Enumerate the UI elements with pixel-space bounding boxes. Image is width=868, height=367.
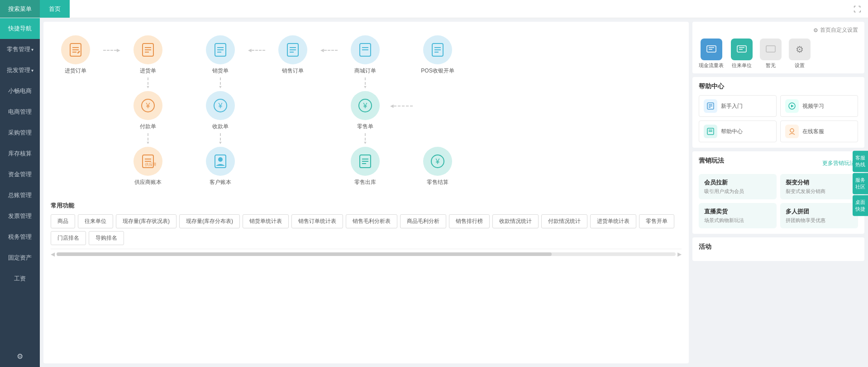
fullscreen-icon[interactable]	[854, 5, 861, 13]
sidebar-item-salary[interactable]: 工资	[0, 268, 40, 289]
cf-btn-receipt-stat[interactable]: 收款情况统计	[492, 214, 539, 228]
help-helpcenter[interactable]: 帮助中心	[699, 121, 777, 142]
marketing-item-sub: 场景式购物新玩法	[704, 217, 771, 224]
marketing-group[interactable]: 多人拼团 拼团购物享受优惠	[780, 203, 858, 228]
node-retail-out[interactable]: 零售出库	[340, 144, 390, 189]
svg-rect-60	[766, 46, 775, 52]
cf-btn-partners[interactable]: 往来单位	[78, 214, 113, 228]
cf-btn-payment-stat[interactable]: 付款情况统计	[541, 214, 587, 228]
qa-header: ⚙ 首页自定义设置	[699, 26, 858, 34]
cf-btn-sales-stat[interactable]: 销货单统计表	[243, 214, 289, 228]
spacer	[100, 77, 123, 88]
marketing-item-sub: 吸引用户成为会员	[704, 188, 771, 195]
svg-rect-57	[737, 46, 746, 52]
sidebar-item-xcmall[interactable]: 小畅电商	[0, 81, 40, 101]
help-video[interactable]: 视频学习	[780, 95, 858, 117]
spacer	[51, 144, 100, 189]
marketing-live[interactable]: 直播卖货 场景式购物新玩法	[699, 203, 777, 228]
cf-btn-store-rank[interactable]: 门店排名	[51, 231, 86, 245]
spacer	[390, 77, 413, 88]
community-btn[interactable]: 服务社区	[853, 173, 868, 194]
cf-btn-guide-rank[interactable]: 导购排名	[89, 231, 124, 245]
sidebar-item-label: 电商管理	[8, 108, 32, 116]
sidebar-item-finance[interactable]: 资金管理	[0, 164, 40, 185]
sidebar-item-fixed[interactable]: 固定资产	[0, 247, 40, 268]
node-receipt[interactable]: ¥ 收款单	[196, 88, 245, 133]
scroll-left[interactable]: ◀	[51, 251, 55, 257]
qa-icon-label: 现金流量表	[699, 62, 724, 69]
home-tab[interactable]: 首页	[40, 0, 70, 18]
spacer	[100, 88, 123, 133]
sidebar-item-purchase[interactable]: 采购管理	[0, 122, 40, 143]
qa-cash-flow[interactable]: 现金流量表	[699, 39, 724, 69]
cf-btn-goods-profit[interactable]: 商品毛利分析	[400, 214, 446, 228]
node-payment[interactable]: ¥ 付款单	[123, 88, 173, 133]
node-mall-order[interactable]: 商城订单	[340, 33, 390, 77]
top-right	[854, 5, 868, 13]
marketing-fission[interactable]: 裂变分销 裂变式发展分销商	[780, 174, 858, 199]
chevron-down-icon: ▾	[31, 68, 33, 73]
activity-title: 活动	[699, 243, 858, 251]
homepage-setting-btn[interactable]: ⚙ 首页自定义设置	[813, 26, 858, 34]
marketing-member[interactable]: 会员拉新 吸引用户成为会员	[699, 174, 777, 199]
qa-partner[interactable]: 往来单位	[731, 39, 753, 69]
svg-point-70	[790, 129, 794, 132]
svg-text:¥: ¥	[363, 102, 367, 110]
sidebar-item-general[interactable]: 总账管理	[0, 185, 40, 206]
help-center-title: 帮助中心	[699, 82, 858, 91]
scroll-right[interactable]: ▶	[677, 251, 682, 257]
node-sales[interactable]: 销货单	[196, 33, 245, 77]
sidebar-item-inventory[interactable]: 库存核算	[0, 143, 40, 164]
qa-settings[interactable]: ⚙ 设置	[789, 39, 811, 69]
cf-btn-order-stat[interactable]: 销售订单统计表	[291, 214, 343, 228]
sidebar-item-tax[interactable]: 税务管理	[0, 227, 40, 247]
spacer	[51, 77, 100, 88]
node-retail-settle[interactable]: ¥ 零售结算	[413, 144, 463, 189]
scrollbar[interactable]	[57, 252, 676, 256]
spacer	[390, 133, 413, 144]
sidebar-item-invoice[interactable]: 发票管理	[0, 206, 40, 227]
desktop-shortcut-btn[interactable]: 桌面快捷	[853, 195, 868, 216]
node-label: 零售出库	[354, 179, 376, 186]
node-purchase-order[interactable]: 进货订单	[51, 33, 100, 77]
sidebar-item-quick-nav[interactable]: 快捷导航	[0, 18, 40, 39]
node-purchase[interactable]: 进货单	[123, 33, 173, 77]
node-label: 销货单	[212, 67, 229, 75]
spacer	[413, 88, 463, 133]
node-customer[interactable]: 客户账本	[196, 144, 245, 189]
svg-rect-54	[707, 46, 716, 52]
cf-btn-stock-dist[interactable]: 现存量(库存分布表)	[179, 214, 240, 228]
cf-btn-retail-order[interactable]: 零售开单	[639, 214, 674, 228]
node-label: 销售订单	[282, 67, 304, 75]
cf-btn-stock-status[interactable]: 现存量(库存状况表)	[116, 214, 176, 228]
node-pos[interactable]: POS收银开单	[413, 33, 463, 77]
sidebar-item-retail[interactable]: 零售管理 ▾	[0, 39, 40, 60]
cf-btn-goods[interactable]: 商品	[51, 214, 75, 228]
node-sales-order[interactable]: 销售订单	[268, 33, 318, 77]
help-service[interactable]: 在线客服	[780, 121, 858, 142]
svg-point-45	[218, 157, 223, 162]
svg-text:¥: ¥	[435, 158, 440, 165]
content-area: 进货订单 ▶	[40, 18, 868, 367]
search-menu-btn[interactable]: 搜索菜单	[0, 0, 40, 18]
help-label: 新手入门	[721, 102, 743, 110]
sidebar-item-label: 固定资产	[8, 254, 32, 262]
cf-btn-sales-rank[interactable]: 销售排行榜	[449, 214, 490, 228]
top-bar: 搜索菜单 首页	[0, 0, 868, 18]
spacer	[173, 133, 196, 144]
spacer	[268, 144, 318, 189]
node-label: POS收银开单	[421, 67, 454, 75]
node-supplier[interactable]: 供应商 供应商账本	[123, 144, 173, 189]
node-retail-order[interactable]: ¥ 零售单	[340, 88, 390, 133]
node-label: 零售结算	[427, 179, 448, 186]
cf-btn-purchase-stat[interactable]: 进货单统计表	[590, 214, 636, 228]
sidebar-item-label: 批发管理	[7, 66, 30, 74]
cf-btn-sales-profit[interactable]: 销售毛利分析表	[346, 214, 397, 228]
help-label: 帮助中心	[721, 128, 743, 135]
help-beginner[interactable]: 新手入门	[699, 95, 777, 117]
qa-none[interactable]: 暂无	[760, 39, 782, 69]
sidebar-item-ecommerce[interactable]: 电商管理	[0, 101, 40, 122]
customer-service-btn[interactable]: 客服热线	[853, 151, 868, 172]
sidebar-item-wholesale[interactable]: 批发管理 ▾	[0, 60, 40, 81]
settings-icon[interactable]: ⚙	[0, 346, 40, 367]
